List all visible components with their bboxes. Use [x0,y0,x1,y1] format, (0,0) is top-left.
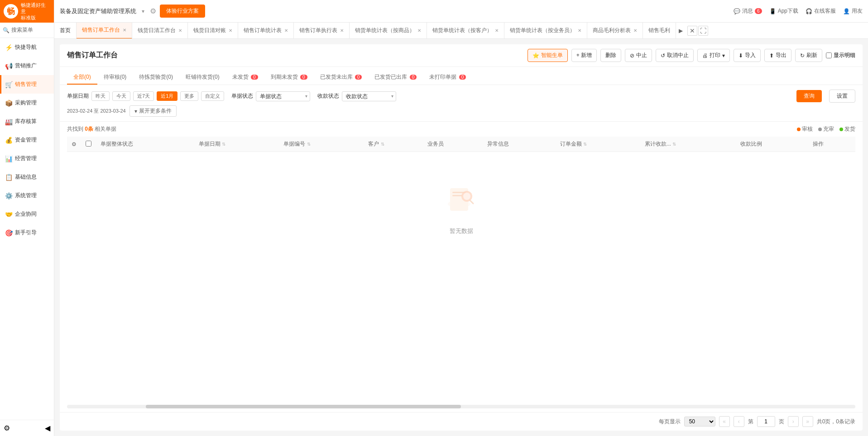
topbar-dropdown-icon[interactable]: ▾ [142,8,144,14]
tabs-overflow-btn[interactable]: ▶ [676,28,686,34]
show-detail-checkbox-label[interactable]: 显示明细 [826,52,855,59]
sidebar-item-inventory[interactable]: 🏭 库存核算 [0,112,54,131]
expand-filter-button[interactable]: ▾ 展开更多条件 [129,105,177,117]
tab-cash-daily[interactable]: 钱货日清工作台 ✕ [132,23,188,39]
smart-generate-button[interactable]: ⭐ 智能生单 [528,49,568,62]
finance-icon: 💰 [5,137,12,144]
col-number[interactable]: 单据编号 ⇅ [279,137,364,152]
tab-sales-exec[interactable]: 销售订单执行表 ✕ [294,23,350,39]
query-button[interactable]: 查询 [796,90,822,102]
sidebar-item-marketing[interactable]: 📢 营销推广 [0,57,54,75]
sidebar-item-finance[interactable]: 💰 资金管理 [0,131,54,149]
sidebar-item-system[interactable]: ⚙️ 系统管理 [0,186,54,205]
system-icon: ⚙️ [5,192,12,199]
tab-close-gross-margin[interactable]: ✕ [633,28,637,33]
sub-tab-all[interactable]: 全部(0) [67,71,97,85]
tab-close-sales-stats[interactable]: ✕ [284,28,288,33]
tab-fullscreen-button[interactable]: ⛶ [698,26,708,36]
sidebar-item-quick-nav[interactable]: ⚡ 快捷导航 [0,38,54,57]
next-page-button[interactable]: › [788,416,799,427]
sub-tab-not-delivered[interactable]: 未发货 0 [226,71,264,85]
select-all-checkbox[interactable] [86,141,91,147]
col-date[interactable]: 单据日期 ⇅ [194,137,279,152]
tab-unpin-button[interactable]: ✕ [687,26,697,36]
add-button[interactable]: + 新增 [571,49,597,62]
tab-home[interactable]: 首页 [54,23,77,39]
cancel-dot [818,128,822,131]
tab-close-sales-workbench[interactable]: ✕ [123,28,126,33]
deliver-quick-action[interactable]: 发货 [839,125,855,133]
page-size-select[interactable]: 50 20 100 [684,417,715,427]
industry-solution-button[interactable]: 体验行业方案 [160,5,205,18]
settings-icon[interactable]: ⚙ [4,424,10,432]
date-btn-1month[interactable]: 近1月 [157,91,177,101]
tab-gross-margin[interactable]: 商品毛利分析表 ✕ [587,23,643,39]
tab-sales-summary-staff[interactable]: 销货单统计表（按业务员） ✕ [504,23,587,39]
date-btn-today[interactable]: 今天 [112,91,130,101]
date-btn-7days[interactable]: 近7天 [133,91,154,101]
tab-sales-gross[interactable]: 销售毛利 [643,23,676,39]
delete-button[interactable]: 删除 [600,49,621,62]
scrollbar-thumb[interactable] [146,405,461,408]
sidebar-item-guide[interactable]: 🎯 新手引导 [0,223,54,242]
export-button[interactable]: ⬆ 导出 [764,49,791,62]
tab-close-summary-staff[interactable]: ✕ [578,28,581,33]
refresh-button[interactable]: ↻ 刷新 [795,49,822,62]
sidebar-item-enterprise[interactable]: 🤝 企业协同 [0,205,54,223]
app-download-action[interactable]: 📱 App下载 [769,7,798,15]
import-button[interactable]: ⬇ 导入 [734,49,761,62]
col-customer[interactable]: 客户 ⇅ [364,137,423,152]
prev-page-button[interactable]: ‹ [734,416,744,427]
message-action[interactable]: 💬 消息 6 [734,7,762,15]
tab-sales-summary-customer[interactable]: 销货单统计表（按客户） ✕ [427,23,504,39]
sub-tab-pending-review[interactable]: 待审核(0) [97,71,133,85]
print-button[interactable]: 🖨 打印 ▾ [697,49,730,62]
sub-tab-overdue-not-delivered[interactable]: 到期未发货 0 [264,71,314,85]
tab-sales-stats[interactable]: 销售订单统计表 ✕ [238,23,294,39]
setting-button[interactable]: 设置 [829,90,855,103]
sub-tab-wangpu-deliver[interactable]: 旺铺待发货(0) [179,71,226,85]
tab-close-cash-daily[interactable]: ✕ [178,28,182,33]
pay-status-select[interactable]: 收款状态 [342,91,396,101]
tab-close-sales-exec[interactable]: ✕ [340,28,344,33]
col-collected[interactable]: 累计收款... ⇅ [640,137,736,152]
first-page-button[interactable]: « [719,416,730,427]
online-service-action[interactable]: 🎧 在线客服 [806,7,836,15]
date-btn-custom[interactable]: 自定义 [201,91,224,101]
search-menu[interactable]: 🔍 搜索菜单 [0,23,54,38]
cancel-suspend-button[interactable]: ↺ 取消中止 [656,49,694,62]
date-btn-more[interactable]: 更多 [180,91,198,101]
sidebar-item-purchase[interactable]: 📦 采购管理 [0,94,54,112]
last-page-button[interactable]: » [802,416,813,427]
tab-close-cash-reconcile[interactable]: ✕ [229,28,232,33]
marketing-icon: 📢 [5,62,12,70]
audit-quick-action[interactable]: 审核 [797,125,813,133]
suspend-button[interactable]: ⊘ 中止 [625,49,652,62]
message-badge: 6 [755,8,762,14]
horizontal-scrollbar[interactable] [67,405,855,408]
page-number-input[interactable] [757,416,775,427]
user-action[interactable]: 👤 用友 [843,7,863,15]
sub-tab-delivered-not-out[interactable]: 已发货未出库 0 [314,71,369,85]
tab-close-summary-product[interactable]: ✕ [417,28,421,33]
col-settings[interactable]: ⚙ [67,137,81,152]
cancel-quick-action[interactable]: 充审 [818,125,834,133]
collapse-icon[interactable]: ◀ [45,424,50,432]
tab-sales-workbench[interactable]: 销售订单工作台 ✕ [77,23,132,39]
sub-tab-pending-inspection[interactable]: 待拣货验货(0) [133,71,179,85]
date-btn-yesterday[interactable]: 昨天 [91,91,110,101]
show-detail-checkbox[interactable] [826,52,832,58]
status-select[interactable]: 单据状态 [256,91,310,101]
tab-close-summary-customer[interactable]: ✕ [495,28,499,33]
sub-tab-delivered-out[interactable]: 已发货已出库 0 [368,71,423,85]
tab-sales-summary-product[interactable]: 销货单统计表（按商品） ✕ [350,23,427,39]
page-actions: ⭐ 智能生单 + 新增 删除 ⊘ 中止 ↺ 取消中止 🖨 [528,49,855,62]
sidebar-item-basic[interactable]: 📋 基础信息 [0,168,54,186]
cancel-suspend-icon: ↺ [661,52,665,59]
tab-cash-reconcile[interactable]: 钱货日清对账 ✕ [188,23,238,39]
topbar-gear-icon[interactable]: ⚙ [150,7,156,15]
col-amount[interactable]: 订单金额 ⇅ [556,137,640,152]
sub-tab-not-printed[interactable]: 未打印单据 0 [423,71,472,85]
sidebar-item-operations[interactable]: 📊 经营管理 [0,149,54,168]
sidebar-item-sales[interactable]: 🛒 销售管理 [0,75,54,94]
